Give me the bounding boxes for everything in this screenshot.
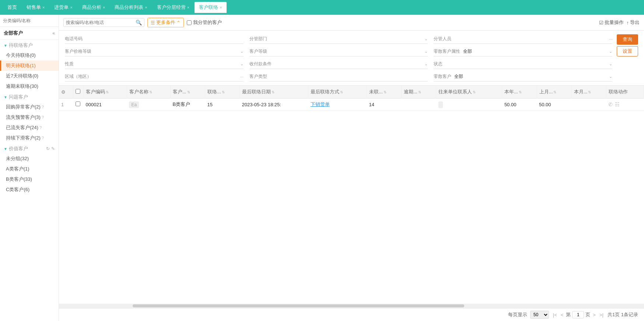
help-icon[interactable]: ? — [39, 125, 42, 130]
filter-field-status[interactable]: 状态 ⌄ — [434, 59, 612, 69]
batch-op-btn[interactable]: ☑ 批量操作 — [599, 19, 624, 26]
filter-field-payment[interactable]: 收付款条件 ⌄ — [249, 59, 428, 69]
filter-field-customer-level[interactable]: 客户等级 ⌄ — [249, 47, 428, 56]
row-this-month-cell — [571, 99, 606, 111]
chevron-down-icon[interactable]: ⌄ — [609, 74, 612, 79]
chevron-down-icon[interactable]: ⌄ — [424, 49, 428, 54]
refresh-icon[interactable]: ↻ — [46, 146, 50, 151]
chevron-down-icon[interactable]: ⌄ — [424, 62, 428, 66]
prev-page-btn[interactable]: < — [560, 312, 565, 318]
nav-item-analysis[interactable]: 商品分析 × — [78, 2, 109, 13]
nav-item-customer-layered[interactable]: 客户分层经营 × — [153, 2, 194, 13]
filter-icon: ☰ — [151, 20, 155, 25]
select-all-checkbox[interactable] — [76, 89, 80, 94]
row-checkbox[interactable] — [76, 101, 80, 106]
first-page-btn[interactable]: |< — [552, 312, 558, 318]
search-input-wrap: 🔍 — [63, 18, 144, 27]
filter-field-nature[interactable]: 性质 ⌄ — [65, 59, 244, 69]
filter-field-retail-customer[interactable]: 零散客户 全部 ⌄ — [434, 72, 612, 82]
sidebar-item-abnormal[interactable]: 回购异常客户(2) ? — [0, 102, 59, 112]
col-header-last-month: 上月...⇅ — [537, 86, 571, 99]
horizontal-scrollbar[interactable] — [59, 304, 644, 308]
sort-icon[interactable]: ⇅ — [384, 90, 386, 94]
last-page-btn[interactable]: >| — [598, 312, 605, 318]
sidebar-item-7days[interactable]: 近7天待联络(0) — [0, 71, 59, 81]
help-icon[interactable]: ? — [42, 115, 44, 120]
nav-item-customer-contact[interactable]: 客户联络 × — [195, 2, 226, 13]
col-header-this-month: 本月...⇅ — [571, 86, 606, 99]
phone-icon[interactable]: ✆ — [608, 101, 613, 107]
sidebar-item-a-class[interactable]: A类客户(1) — [0, 164, 59, 174]
scrollbar-thumb[interactable] — [133, 304, 464, 307]
sidebar-collapse-icon[interactable]: « — [52, 31, 55, 36]
gear-column-header[interactable]: ⚙ — [59, 86, 73, 99]
sidebar-item-declining[interactable]: 持续下滑客户(2) ? — [0, 133, 59, 143]
sort-icon[interactable]: ⇅ — [553, 90, 556, 94]
sidebar-item-tomorrow[interactable]: 明天待联络(1) — [0, 61, 59, 71]
row-last-method-cell[interactable]: 下销货单 — [308, 99, 367, 111]
sidebar-search-wrap: 🔍 — [0, 15, 59, 27]
chevron-down-icon[interactable]: ⌄ — [240, 49, 244, 54]
help-icon[interactable]: ? — [42, 105, 44, 109]
nav-close-icon[interactable]: × — [145, 5, 147, 10]
nav-item-analysis-list[interactable]: 商品分析列表 × — [110, 2, 151, 13]
sidebar-item-c-class[interactable]: C类客户(6) — [0, 184, 59, 195]
settings-button[interactable]: 设置 — [617, 46, 638, 56]
sidebar-item-overdue[interactable]: 逾期未联络(30) — [0, 81, 59, 92]
chevron-down-icon[interactable]: ⌄ — [240, 62, 244, 66]
filter-btn[interactable]: ☰ 更多条件 ⌃ — [147, 18, 184, 27]
search-bar-right: ☑ 批量操作 ↑ 导出 — [599, 19, 640, 26]
search-input[interactable] — [66, 20, 134, 25]
sort-icon[interactable]: ⇅ — [187, 90, 190, 94]
next-page-btn[interactable]: > — [592, 312, 597, 318]
row-un-contact-cell: 14 — [367, 99, 401, 111]
export-btn[interactable]: ↑ 导出 — [627, 19, 640, 26]
sidebar-item-churned[interactable]: 已流失客户(24) ? — [0, 122, 59, 133]
sidebar-item-ungrp[interactable]: 未分组(32) — [0, 153, 59, 164]
nav-close-icon[interactable]: × — [42, 5, 45, 10]
row-checkbox-cell[interactable] — [73, 99, 84, 111]
nav-item-sales[interactable]: 销售单 × — [22, 2, 49, 13]
page-input[interactable] — [572, 311, 584, 318]
sort-icon[interactable]: ⇅ — [272, 90, 274, 94]
chevron-down-icon[interactable]: ⌄ — [424, 37, 428, 41]
my-customers-check[interactable]: 我分管的客户 — [187, 19, 222, 26]
sort-icon[interactable]: ⇅ — [588, 90, 591, 94]
nav-close-icon[interactable]: × — [103, 5, 105, 10]
sidebar-all-customers[interactable]: 全部客户 « — [0, 27, 59, 40]
search-icon[interactable]: 🔍 — [136, 20, 142, 25]
nav-item-purchase[interactable]: 进货单 × — [50, 2, 77, 13]
row-num-cell: 1 — [59, 99, 73, 111]
filter-field-region: 区域（地区） ··· — [65, 72, 244, 82]
checkbox-column-header[interactable] — [73, 86, 84, 99]
dots-icon[interactable]: ··· — [240, 75, 244, 79]
grid-icon[interactable]: ☷ — [615, 101, 620, 107]
sidebar-search-input[interactable] — [3, 18, 58, 23]
help-icon[interactable]: ? — [42, 136, 44, 140]
per-page-select[interactable]: 50 100 200 — [530, 311, 549, 319]
sort-icon[interactable]: ⇅ — [473, 90, 476, 94]
filter-field-retail-attr[interactable]: 零散客户属性 全部 ⌄ — [434, 47, 612, 56]
query-button[interactable]: 查询 — [617, 34, 638, 45]
filter-field-price-level[interactable]: 客户价格等级 ⌄ — [65, 47, 244, 56]
sidebar-item-b-class[interactable]: B类客户(33) — [0, 174, 59, 184]
nav-close-icon[interactable]: × — [187, 5, 189, 10]
chevron-down-icon[interactable]: ⌄ — [609, 49, 612, 54]
sort-icon[interactable]: ⇅ — [418, 90, 421, 94]
filter-field-dept[interactable]: 分管部门 ⌄ — [249, 34, 428, 44]
nav-close-icon[interactable]: × — [220, 5, 222, 10]
col-header-code: 客户编码⇅ — [84, 86, 127, 99]
nav-home[interactable]: 首页 — [3, 2, 21, 13]
sidebar-item-today[interactable]: 今天待联络(0) — [0, 50, 59, 61]
sort-icon[interactable]: ⇅ — [340, 90, 343, 94]
sort-icon[interactable]: ⇅ — [106, 90, 109, 94]
sort-icon[interactable]: ⇅ — [149, 90, 152, 94]
dots-icon[interactable]: ··· — [609, 37, 612, 41]
edit-icon[interactable]: ✎ — [51, 146, 55, 151]
sidebar-item-churn-warning[interactable]: 流失预警客户(3) ? — [0, 112, 59, 122]
nav-close-icon[interactable]: × — [70, 5, 72, 10]
sort-icon[interactable]: ⇅ — [222, 90, 225, 94]
sort-icon[interactable]: ⇅ — [519, 90, 522, 94]
my-customers-checkbox[interactable] — [187, 20, 192, 25]
chevron-down-icon[interactable]: ⌄ — [609, 62, 612, 66]
